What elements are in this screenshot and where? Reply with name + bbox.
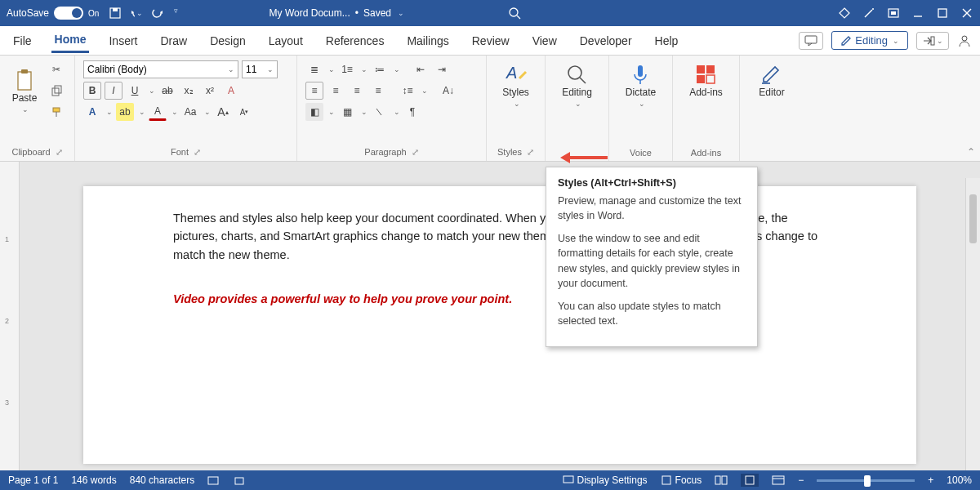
collapse-ribbon-icon[interactable]: ⌃ xyxy=(967,146,975,158)
decrease-indent-button[interactable]: ⇤ xyxy=(412,60,430,78)
maximize-icon[interactable] xyxy=(936,7,949,20)
svg-rect-38 xyxy=(746,476,754,484)
status-bar: Page 1 of 1 146 words 840 characters Dis… xyxy=(0,470,980,490)
web-layout-icon[interactable] xyxy=(772,475,785,485)
editor-button[interactable]: Editor xyxy=(748,60,795,100)
tab-help[interactable]: Help xyxy=(652,29,682,52)
redo-icon[interactable] xyxy=(151,7,164,20)
wand-icon[interactable] xyxy=(862,7,875,20)
paragraph-launcher-icon[interactable]: ⤢ xyxy=(412,147,419,157)
font-launcher-icon[interactable]: ⤢ xyxy=(194,147,201,157)
invisible-chars-button[interactable] xyxy=(371,103,389,121)
tab-home[interactable]: Home xyxy=(51,28,90,53)
spelling-icon[interactable] xyxy=(207,474,220,486)
increase-indent-button[interactable]: ⇥ xyxy=(433,60,451,78)
zoom-in-button[interactable]: + xyxy=(928,474,933,486)
tab-view[interactable]: View xyxy=(529,29,560,52)
group-addins: Add-ins Add-ins xyxy=(673,56,740,161)
title-dropdown-icon[interactable]: ⌄ xyxy=(398,9,404,17)
read-mode-icon[interactable] xyxy=(715,475,728,485)
font-size-combo[interactable]: 11⌄ xyxy=(242,60,278,78)
styles-launcher-icon[interactable]: ⤢ xyxy=(527,147,534,157)
justify-button[interactable]: ≡ xyxy=(369,82,387,100)
paste-button[interactable]: Paste⌄ xyxy=(8,66,41,115)
text-effects-button[interactable]: A xyxy=(83,103,101,121)
zoom-slider[interactable] xyxy=(817,479,915,482)
superscript-button[interactable]: x² xyxy=(201,82,219,100)
display-settings-button[interactable]: Display Settings xyxy=(563,474,648,486)
underline-button[interactable]: U xyxy=(126,82,144,100)
macro-icon[interactable] xyxy=(234,474,245,486)
tab-mailings[interactable]: Mailings xyxy=(403,29,452,52)
change-case-button[interactable]: Aa xyxy=(181,103,199,121)
search-icon[interactable] xyxy=(508,7,521,20)
tab-insert[interactable]: Insert xyxy=(105,29,140,52)
share-button[interactable]: ⌄ xyxy=(916,32,949,50)
show-marks-button[interactable]: ¶ xyxy=(403,103,421,121)
find-button[interactable]: Editing⌄ xyxy=(554,60,600,109)
align-left-button[interactable]: ≡ xyxy=(305,82,323,100)
styles-button[interactable]: A Styles⌄ xyxy=(495,60,537,109)
focus-button[interactable]: Focus xyxy=(661,474,702,486)
grow-font-button[interactable]: A▴ xyxy=(214,103,232,121)
numbering-button[interactable]: 1≡ xyxy=(338,60,356,78)
tab-file[interactable]: File xyxy=(10,29,35,52)
tab-draw[interactable]: Draw xyxy=(157,29,190,52)
document-area: 1 2 3 Themes and styles also help keep y… xyxy=(0,162,980,470)
autosave-label: AutoSave xyxy=(7,7,49,19)
svg-rect-1 xyxy=(113,8,118,11)
align-right-button[interactable]: ≡ xyxy=(348,82,366,100)
line-spacing-button[interactable]: ↕≡ xyxy=(399,82,416,100)
svg-line-3 xyxy=(517,16,520,19)
shrink-font-button[interactable]: A▾ xyxy=(235,103,253,121)
autosave-toggle[interactable] xyxy=(54,7,83,20)
svg-rect-9 xyxy=(938,9,947,17)
minimize-icon[interactable] xyxy=(911,7,924,20)
window-mode-icon[interactable] xyxy=(887,7,900,20)
svg-rect-28 xyxy=(706,65,715,74)
editing-mode-button[interactable]: Editing⌄ xyxy=(831,31,908,50)
subscript-button[interactable]: x₂ xyxy=(180,82,198,100)
shading-button[interactable]: ◧ xyxy=(305,103,323,121)
account-icon[interactable] xyxy=(957,34,970,47)
vertical-scrollbar[interactable] xyxy=(965,178,980,470)
bullets-button[interactable]: ≣ xyxy=(305,60,323,78)
diamond-icon[interactable] xyxy=(838,7,851,20)
cut-icon[interactable]: ✂ xyxy=(47,60,65,78)
strike-button[interactable]: ab xyxy=(158,82,176,100)
clipboard-launcher-icon[interactable]: ⤢ xyxy=(56,147,63,157)
document-page[interactable]: Themes and styles also help keep your do… xyxy=(83,186,916,464)
print-layout-icon[interactable] xyxy=(741,474,759,487)
align-center-button[interactable]: ≡ xyxy=(327,82,345,100)
borders-button[interactable]: ▦ xyxy=(338,103,356,121)
font-name-combo[interactable]: Calibri (Body)⌄ xyxy=(83,60,238,78)
zoom-level[interactable]: 100% xyxy=(947,474,972,486)
format-painter-icon[interactable] xyxy=(47,103,65,121)
word-count[interactable]: 146 words xyxy=(71,474,116,486)
char-count[interactable]: 840 characters xyxy=(130,474,194,486)
close-icon[interactable] xyxy=(960,7,973,20)
italic-button[interactable]: I xyxy=(105,82,122,100)
svg-rect-27 xyxy=(697,65,705,74)
copy-icon[interactable] xyxy=(47,82,65,100)
comments-button[interactable] xyxy=(799,32,823,50)
tab-developer[interactable]: Developer xyxy=(577,29,635,52)
undo-icon[interactable]: ⌄ xyxy=(130,7,143,20)
page-indicator[interactable]: Page 1 of 1 xyxy=(8,474,58,486)
zoom-out-button[interactable]: − xyxy=(798,474,804,486)
tab-review[interactable]: Review xyxy=(469,29,513,52)
tab-references[interactable]: References xyxy=(323,29,388,52)
highlight-button[interactable]: ab xyxy=(116,103,134,121)
sort-button[interactable]: A↓ xyxy=(439,82,457,100)
multilevel-button[interactable]: ≔ xyxy=(371,60,389,78)
vertical-ruler[interactable]: 1 2 3 xyxy=(0,162,20,470)
save-icon[interactable] xyxy=(109,7,122,20)
font-color-button[interactable]: A xyxy=(149,103,167,121)
tab-layout[interactable]: Layout xyxy=(265,29,306,52)
addins-button[interactable]: Add-ins xyxy=(681,60,731,100)
clear-format-button[interactable]: A xyxy=(222,82,240,100)
dictate-button[interactable]: Dictate⌄ xyxy=(617,60,664,109)
svg-point-2 xyxy=(510,8,518,16)
tab-design[interactable]: Design xyxy=(207,29,249,52)
bold-button[interactable]: B xyxy=(83,82,101,100)
